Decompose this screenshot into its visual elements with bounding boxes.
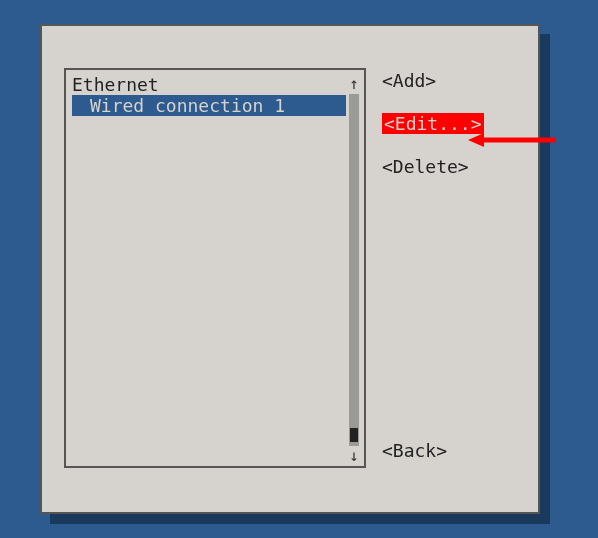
back-button[interactable]: <Back> — [382, 440, 447, 461]
connection-list[interactable]: Ethernet Wired connection 1 ↑ ↓ — [64, 68, 366, 468]
scrollbar[interactable]: ↑ ↓ — [348, 76, 360, 464]
add-button[interactable]: <Add> — [382, 70, 484, 91]
scroll-track[interactable] — [349, 94, 359, 446]
edit-button[interactable]: <Edit...> — [382, 113, 484, 134]
scroll-thumb[interactable] — [350, 428, 358, 442]
delete-button[interactable]: <Delete> — [382, 156, 484, 177]
scroll-up-arrow[interactable]: ↑ — [349, 76, 359, 92]
connection-item-selected[interactable]: Wired connection 1 — [72, 95, 346, 116]
connection-category: Ethernet — [66, 70, 364, 95]
network-connections-dialog: Ethernet Wired connection 1 ↑ ↓ <Add> <E… — [40, 24, 540, 514]
button-column: <Add> <Edit...> <Delete> — [382, 70, 484, 177]
scroll-down-arrow[interactable]: ↓ — [349, 448, 359, 464]
